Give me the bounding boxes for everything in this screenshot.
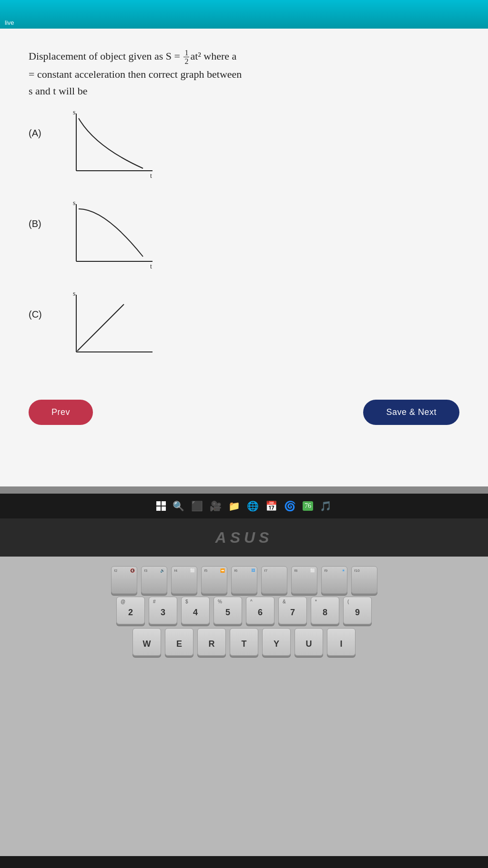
- nav-buttons: Prev Save & Next: [29, 390, 459, 430]
- svg-text:s: s: [73, 199, 75, 207]
- question-part2: at² where a: [190, 50, 236, 62]
- edge-icon[interactable]: 🌀: [284, 500, 296, 512]
- key-f8[interactable]: f8 ⬜: [291, 566, 317, 594]
- key-4[interactable]: $ 4: [181, 597, 210, 624]
- key-w[interactable]: W: [132, 628, 161, 656]
- key-i[interactable]: I: [327, 628, 356, 656]
- key-6[interactable]: ^ 6: [246, 597, 274, 624]
- svg-line-11: [77, 304, 124, 351]
- key-e[interactable]: E: [165, 628, 193, 656]
- save-next-button[interactable]: Save & Next: [363, 400, 459, 425]
- svg-text:s: s: [73, 290, 75, 297]
- search-icon[interactable]: 🔍: [173, 500, 184, 512]
- key-7[interactable]: & 7: [278, 597, 307, 624]
- desktop-icon[interactable]: ⬛: [191, 500, 203, 512]
- question-text: Displacement of object given as S = 12at…: [29, 48, 459, 99]
- live-label: live: [5, 19, 14, 26]
- graph-label-a: (A): [29, 109, 57, 139]
- num-row: @ 2 # 3 $ 4 % 5 ^ 6 & 7: [14, 597, 474, 624]
- graph-a-svg: s t: [57, 109, 162, 185]
- key-r[interactable]: R: [197, 628, 226, 656]
- key-8[interactable]: * 8: [311, 597, 339, 624]
- graph-b-wrapper: s t: [57, 199, 162, 276]
- graph-c-svg: s: [57, 290, 162, 366]
- graph-b-svg: s t: [57, 199, 162, 276]
- key-f4[interactable]: f4 ⬜: [171, 566, 197, 594]
- key-f10[interactable]: f10: [351, 566, 377, 594]
- key-f7[interactable]: f7: [261, 566, 287, 594]
- svg-text:t: t: [150, 172, 152, 179]
- key-f2[interactable]: f2 🔇: [111, 566, 137, 594]
- graph-c-wrapper: s: [57, 290, 162, 366]
- key-t[interactable]: T: [230, 628, 258, 656]
- key-f5[interactable]: f5 ⏪: [201, 566, 227, 594]
- camera-icon[interactable]: 🎥: [210, 500, 222, 512]
- key-9[interactable]: ( 9: [343, 597, 372, 624]
- bottom-bezel: [0, 486, 488, 494]
- graph-item-b: (B) s t: [29, 199, 459, 276]
- calendar-icon[interactable]: 📅: [265, 500, 277, 512]
- key-f3[interactable]: f3 🔊: [141, 566, 167, 594]
- screen-content: Displacement of object given as S = 12at…: [0, 29, 488, 486]
- svg-text:s: s: [73, 109, 75, 116]
- graph-label-b: (B): [29, 199, 57, 229]
- key-5[interactable]: % 5: [214, 597, 242, 624]
- question-line2: = constant acceleration then correct gra…: [29, 68, 242, 80]
- taskbar: 🔍 ⬛ 🎥 📁 🌐 📅 🌀 76 🎵: [0, 494, 488, 518]
- key-f6[interactable]: f6 🖼: [231, 566, 257, 594]
- windows-icon[interactable]: [156, 501, 166, 511]
- graphs-container: (A) s t (B): [29, 109, 459, 381]
- fraction-denominator: 2: [183, 57, 189, 66]
- key-f9[interactable]: f9 ☀: [321, 566, 347, 594]
- asus-area: ASUS: [0, 518, 488, 557]
- key-3[interactable]: # 3: [149, 597, 177, 624]
- keyboard-area: f2 🔇 f3 🔊 f4 ⬜ f5 ⏪ f6 🖼 f7: [0, 557, 488, 856]
- graph-item-a: (A) s t: [29, 109, 459, 185]
- graph-a-wrapper: s t: [57, 109, 162, 185]
- question-part1: Displacement of object given as S =: [29, 50, 183, 62]
- graph-item-c: (C) s: [29, 290, 459, 366]
- fraction-numerator: 1: [183, 49, 189, 58]
- key-u[interactable]: U: [295, 628, 323, 656]
- question-formula: 12: [183, 50, 190, 62]
- badge-icon: 76: [303, 501, 313, 511]
- folder-icon[interactable]: 📁: [228, 500, 240, 512]
- top-bar: live: [0, 0, 488, 29]
- svg-text:t: t: [150, 263, 152, 270]
- key-y[interactable]: Y: [262, 628, 291, 656]
- letter-row: W E R T Y U I: [14, 628, 474, 656]
- asus-logo: ASUS: [215, 529, 273, 547]
- globe-icon[interactable]: 🌐: [247, 500, 259, 512]
- graph-label-c: (C): [29, 290, 57, 320]
- question-line3: s and t will be: [29, 85, 87, 97]
- prev-button[interactable]: Prev: [29, 400, 93, 425]
- key-2[interactable]: @ 2: [116, 597, 145, 624]
- fn-key-row: f2 🔇 f3 🔊 f4 ⬜ f5 ⏪ f6 🖼 f7: [14, 566, 474, 594]
- spotify-icon[interactable]: 🎵: [320, 500, 332, 512]
